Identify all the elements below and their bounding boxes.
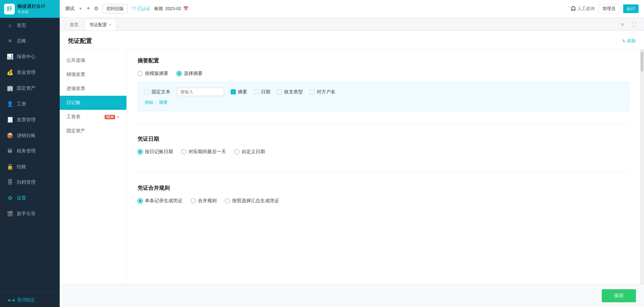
sidebar-label-ledger: 总账 bbox=[17, 38, 26, 44]
checkbox-summary[interactable]: ✓ 摘要 bbox=[231, 89, 247, 95]
date-radio-group: 按日记账日期 对应期间最后一天 自定义日期 bbox=[138, 149, 629, 155]
radio-template-summary[interactable]: 按模版摘要 bbox=[138, 71, 168, 77]
sidebar-item-invoice[interactable]: 🧾 发票管理 bbox=[0, 112, 60, 128]
fixed-text-label: 固定文本 bbox=[152, 89, 170, 95]
radio-single-record[interactable]: 单条记录生成凭证 bbox=[138, 198, 182, 204]
admin-button[interactable]: 管理员 bbox=[599, 4, 619, 13]
sidebar-label-sales-ledger: 进销台账 bbox=[17, 133, 36, 139]
cancel-fixed-button[interactable]: ◄◄ 取消固定 bbox=[0, 293, 60, 307]
calendar-icon[interactable]: 📅 bbox=[183, 6, 189, 11]
funds-icon: 💰 bbox=[7, 69, 13, 76]
period-display: 账期 2023-02 📅 bbox=[154, 6, 189, 12]
income-type-checkbox[interactable] bbox=[277, 89, 282, 94]
sidebar-label-tax: 税务管理 bbox=[17, 148, 36, 154]
sidebar-item-reports[interactable]: 📊 报表中心 bbox=[0, 49, 60, 64]
switch-old-button[interactable]: 切到旧版 bbox=[103, 4, 127, 13]
radio-last-day[interactable]: 对应期间最后一天 bbox=[181, 149, 226, 155]
sidebar-label-settings: 设置 bbox=[17, 195, 26, 201]
window-close-button[interactable]: ✕ bbox=[618, 20, 627, 29]
by-selection-label: 按照选择汇总生成凭证 bbox=[232, 198, 279, 204]
project-name: 测试 bbox=[65, 6, 74, 12]
guide-icon: 🎬 bbox=[7, 211, 13, 217]
add-project-icon[interactable]: + bbox=[87, 5, 90, 12]
nav-purchase-invoice[interactable]: 进项发票 bbox=[60, 82, 126, 96]
invoice-icon: 🧾 bbox=[7, 117, 13, 123]
shield-icon: 🛡 bbox=[131, 6, 136, 11]
chevron-down-icon: ▼ bbox=[78, 6, 83, 11]
merge-radio-group: 单条记录生成凭证 合并规则 按照选择汇总生成凭证 bbox=[138, 198, 629, 204]
checkbox-counterparty[interactable]: 对方户名 bbox=[310, 89, 335, 95]
sidebar-item-settings[interactable]: ⚙ 设置 bbox=[0, 190, 60, 206]
date-section: 凭证日期 按日记账日期 对应期间最后一天 bbox=[138, 136, 629, 173]
tab-home[interactable]: 首页 bbox=[65, 19, 83, 31]
journal-date-label: 按日记账日期 bbox=[145, 149, 173, 155]
sidebar-item-fixed-assets[interactable]: 🏢 固定资产 bbox=[0, 80, 60, 96]
radio-by-selection[interactable]: 按照选择汇总生成凭证 bbox=[225, 198, 279, 204]
settings-gear-icon[interactable]: ⚙ bbox=[94, 5, 99, 12]
sidebar-item-payroll[interactable]: 👤 工资 bbox=[0, 96, 60, 112]
left-nav: 公共选项 销项发票 进项发票 日记账 工资表 NEW bbox=[60, 49, 127, 284]
radio-custom-date[interactable]: 自定义日期 bbox=[234, 149, 265, 155]
consult-button[interactable]: 🎧 人工咨询 bbox=[571, 6, 595, 12]
radio-template-label: 按模版摘要 bbox=[145, 71, 168, 77]
sidebar-label-invoice: 发票管理 bbox=[17, 117, 36, 123]
nav-fixed-assets[interactable]: 固定资产 bbox=[60, 124, 126, 138]
merge-rule-label: 合并规则 bbox=[198, 198, 217, 204]
app-edition: 专业版 bbox=[17, 9, 46, 14]
settings-icon: ⚙ bbox=[7, 195, 13, 201]
summary-example: 例如： 例如：摘要 摘要 bbox=[145, 99, 622, 105]
single-record-label: 单条记录生成凭证 bbox=[145, 198, 182, 204]
radio-journal-date[interactable]: 按日记账日期 bbox=[138, 149, 173, 155]
window-expand-button[interactable]: ⛶ bbox=[629, 20, 639, 29]
sidebar-label-closing: 结账 bbox=[17, 164, 26, 170]
cancel-fixed-label: 取消固定 bbox=[17, 297, 35, 303]
period-label: 账期 bbox=[154, 6, 163, 12]
income-type-label: 收支类型 bbox=[284, 89, 303, 95]
scrollbar[interactable] bbox=[640, 49, 644, 284]
right-config: 摘要配置 按模版摘要 选择摘要 bbox=[127, 49, 640, 284]
sidebar-label-funds: 资金管理 bbox=[17, 70, 36, 76]
summary-options-box: 固定文本 ✓ 摘要 日期 bbox=[138, 82, 629, 111]
sidebar-item-tax[interactable]: 🏛 税务管理 bbox=[0, 143, 60, 159]
tab-voucher-config[interactable]: 凭证配置 × bbox=[85, 19, 116, 31]
nav-sales-invoice[interactable]: 销项发票 bbox=[60, 68, 126, 82]
radio-merge-rule[interactable]: 合并规则 bbox=[191, 198, 217, 204]
nav-public[interactable]: 公共选项 bbox=[60, 53, 126, 68]
sidebar-item-guide[interactable]: 🎬 新手引导 bbox=[0, 206, 60, 222]
tab-home-label: 首页 bbox=[70, 22, 78, 27]
nav-journal[interactable]: 日记账 bbox=[60, 96, 126, 110]
checkbox-fixed-text[interactable]: 固定文本 bbox=[145, 89, 170, 95]
scrollbar-thumb[interactable] bbox=[641, 51, 643, 72]
sidebar-item-sales-ledger[interactable]: 📦 进销台账 bbox=[0, 128, 60, 143]
merge-section: 凭证合并规则 单条记录生成凭证 合并规则 bbox=[138, 185, 629, 221]
checkbox-date[interactable]: 日期 bbox=[254, 89, 270, 95]
payroll-icon: 👤 bbox=[7, 101, 13, 107]
reports-icon: 📊 bbox=[7, 53, 13, 60]
radio-select-summary[interactable]: 选择摘要 bbox=[176, 71, 203, 77]
accountant-button[interactable]: 会计 bbox=[623, 4, 639, 13]
refresh-label: 刷新 bbox=[627, 38, 636, 44]
ledger-icon: ≡ bbox=[7, 38, 13, 44]
save-button[interactable]: 保存 bbox=[602, 289, 636, 302]
custom-date-circle bbox=[234, 149, 239, 155]
fixed-text-input[interactable] bbox=[177, 88, 224, 96]
sidebar-item-archive[interactable]: 🗄 归档管理 bbox=[0, 175, 60, 190]
summary-label: 摘要 bbox=[238, 89, 247, 95]
radio-select-circle bbox=[176, 71, 182, 76]
summary-radio-group: 按模版摘要 选择摘要 bbox=[138, 71, 629, 77]
page-body: 公共选项 销项发票 进项发票 日记账 工资表 NEW bbox=[60, 49, 644, 284]
sidebar-item-funds[interactable]: 💰 资金管理 bbox=[0, 64, 60, 80]
sidebar-item-ledger[interactable]: ≡ 总账 bbox=[0, 33, 60, 49]
checkbox-income-type[interactable]: 收支类型 bbox=[277, 89, 303, 95]
sidebar-label-payroll: 工资 bbox=[17, 101, 26, 107]
tab-close-icon[interactable]: × bbox=[109, 23, 111, 27]
date-checkbox[interactable] bbox=[254, 89, 259, 94]
nav-payroll-table[interactable]: 工资表 NEW ▼ bbox=[60, 110, 126, 124]
sidebar-item-home[interactable]: ⌂ 首页 bbox=[0, 18, 60, 33]
example-prefix: 例如： bbox=[145, 100, 158, 105]
counterparty-checkbox[interactable] bbox=[310, 89, 315, 94]
summary-checkbox[interactable]: ✓ bbox=[231, 89, 236, 94]
fixed-text-checkbox[interactable] bbox=[145, 89, 150, 94]
refresh-button[interactable]: ↻ 刷新 bbox=[622, 38, 636, 44]
sidebar-item-closing[interactable]: 🔒 结账 bbox=[0, 159, 60, 175]
